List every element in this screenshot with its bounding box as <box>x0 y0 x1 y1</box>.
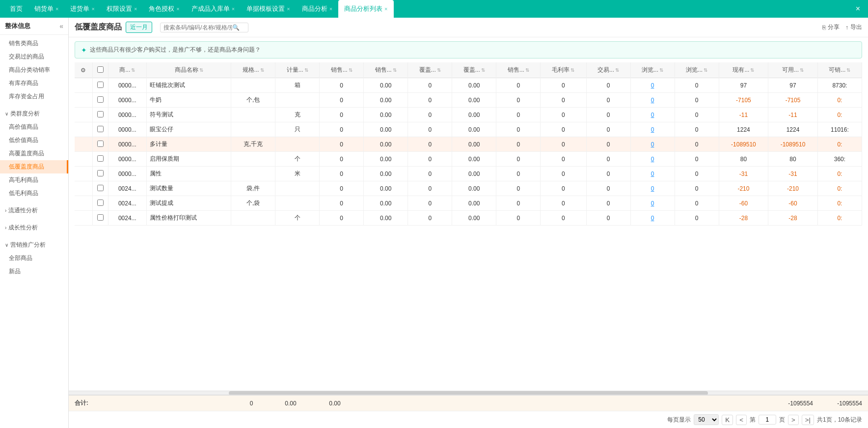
close-icon[interactable]: × <box>55 6 58 12</box>
current-column-header[interactable]: 现有...⇅ <box>719 62 768 78</box>
cover1-column-header[interactable]: 覆盖...⇅ <box>408 62 452 78</box>
code-column-header[interactable]: 商...⇅ <box>108 62 146 78</box>
browse1-column-header[interactable]: 浏览...⇅ <box>630 62 675 78</box>
nav-tab-templates[interactable]: 单据模板设置 × <box>241 0 296 18</box>
sidebar-item-low-coverage[interactable]: 低覆盖度商品 <box>0 160 68 173</box>
nav-tab-inbound[interactable]: 产成品入库单 × <box>186 0 241 18</box>
sidebar-item-sales-products[interactable]: 销售类商品 <box>0 37 68 50</box>
row-checkbox[interactable] <box>97 170 104 176</box>
unit-column-header[interactable]: 计量...⇅ <box>275 62 320 78</box>
nav-tab-roles[interactable]: 角色授权 × <box>143 0 185 18</box>
row-browse1[interactable]: 0 <box>630 93 675 108</box>
sales2-column-header[interactable]: 销售...⇅ <box>364 62 408 78</box>
page-number-input[interactable] <box>759 415 776 425</box>
nav-tab-permissions[interactable]: 权限设置 × <box>101 0 143 18</box>
sidebar-item-low-value[interactable]: 低价值商品 <box>0 134 68 147</box>
close-icon[interactable]: × <box>91 6 94 12</box>
row-checkbox-cell[interactable] <box>92 108 108 122</box>
row-checkbox-cell[interactable] <box>92 122 108 137</box>
row-browse1[interactable]: 0 <box>630 167 675 181</box>
sellable-column-header[interactable]: 可销...⇅ <box>817 62 862 78</box>
collapse-sidebar-button[interactable]: « <box>59 22 63 30</box>
row-browse1[interactable]: 0 <box>630 152 675 167</box>
row-checkbox[interactable] <box>97 82 104 88</box>
row-checkbox[interactable] <box>97 155 104 162</box>
sidebar-item-category-rate[interactable]: 商品分类动销率 <box>0 63 68 77</box>
checkbox-column-header[interactable] <box>92 62 108 78</box>
settings-column-header[interactable]: ⚙ <box>75 62 92 78</box>
sidebar-section-circulation-title[interactable]: › 流通性分析 <box>0 204 68 217</box>
sidebar-section-cluster-title[interactable]: ∨ 类群度分析 <box>0 107 68 120</box>
sales1-column-header[interactable]: 销售...⇅ <box>320 62 364 78</box>
row-checkbox[interactable] <box>97 200 104 206</box>
prev-page-button[interactable]: < <box>736 415 747 425</box>
close-icon[interactable]: × <box>176 6 179 12</box>
nav-tab-analysis[interactable]: 商品分析 × <box>296 0 338 18</box>
row-checkbox[interactable] <box>97 185 104 191</box>
nav-tab-sales[interactable]: 销货单 × <box>28 0 64 18</box>
nav-tab-purchase[interactable]: 进货单 × <box>64 0 100 18</box>
select-all-checkbox[interactable] <box>97 66 104 73</box>
row-checkbox-cell[interactable] <box>92 137 108 152</box>
row-checkbox-cell[interactable] <box>92 211 108 226</box>
name-column-header[interactable]: 商品名称⇅ <box>146 62 231 78</box>
sidebar-item-low-margin[interactable]: 低毛利商品 <box>0 187 68 200</box>
sidebar-item-traded-products[interactable]: 交易过的商品 <box>0 50 68 63</box>
profit-rate-column-header[interactable]: 毛利率⇅ <box>541 62 586 78</box>
row-browse1[interactable]: 0 <box>630 181 675 196</box>
nav-tab-home[interactable]: 首页 <box>4 0 28 18</box>
row-checkbox[interactable] <box>97 214 104 221</box>
search-input[interactable] <box>163 24 232 31</box>
row-checkbox[interactable] <box>97 141 104 147</box>
row-checkbox-cell[interactable] <box>92 93 108 108</box>
settings-icon[interactable]: ⚙ <box>81 67 86 74</box>
spec-column-header[interactable]: 规格...⇅ <box>231 62 275 78</box>
sidebar-section-growth-title[interactable]: › 成长性分析 <box>0 221 68 234</box>
sidebar-section-marketing-title[interactable]: ∨ 营销推广分析 <box>0 238 68 252</box>
next-page-button[interactable]: > <box>788 415 799 425</box>
nav-tab-analysis-list[interactable]: 商品分析列表 × <box>338 0 393 18</box>
row-browse1[interactable]: 0 <box>630 122 675 137</box>
row-browse1[interactable]: 0 <box>630 196 675 211</box>
row-browse1[interactable]: 0 <box>630 211 675 226</box>
row-checkbox-cell[interactable] <box>92 196 108 211</box>
trade-column-header[interactable]: 交易...⇅ <box>586 62 630 78</box>
sidebar-item-high-coverage[interactable]: 高覆盖度商品 <box>0 147 68 160</box>
close-icon[interactable]: × <box>384 6 387 12</box>
row-checkbox[interactable] <box>97 111 104 117</box>
sidebar-item-in-stock[interactable]: 有库存商品 <box>0 77 68 90</box>
filter-period-button[interactable]: 近一月 <box>126 22 152 33</box>
sales3-column-header[interactable]: 销售...⇅ <box>496 62 541 78</box>
export-button[interactable]: ↑ 导出 <box>845 23 862 31</box>
page-size-select[interactable]: 50 20 100 200 <box>694 414 719 425</box>
sidebar-item-new-products[interactable]: 新品 <box>0 265 68 278</box>
row-browse1[interactable]: 0 <box>630 137 675 152</box>
close-icon[interactable]: × <box>134 6 137 12</box>
sidebar-item-high-value[interactable]: 高价值商品 <box>0 120 68 134</box>
row-checkbox[interactable] <box>97 96 104 103</box>
sidebar-item-high-margin[interactable]: 高毛利商品 <box>0 173 68 187</box>
row-browse1[interactable]: 0 <box>630 78 675 93</box>
row-checkbox-cell[interactable] <box>92 78 108 93</box>
available-column-header[interactable]: 可用...⇅ <box>768 62 818 78</box>
close-all-tabs-button[interactable]: × <box>852 4 864 13</box>
row-browse1[interactable]: 0 <box>630 108 675 122</box>
search-icon[interactable]: 🔍 <box>232 24 240 31</box>
row-checkbox-cell[interactable] <box>92 152 108 167</box>
sidebar-item-all-products[interactable]: 全部商品 <box>0 252 68 265</box>
row-checkbox-cell[interactable] <box>92 181 108 196</box>
horizontal-scrollbar[interactable] <box>69 391 868 395</box>
last-page-button[interactable]: >| <box>802 415 814 425</box>
row-checkbox-cell[interactable] <box>92 167 108 181</box>
cover2-column-header[interactable]: 覆盖...⇅ <box>452 62 496 78</box>
browse2-column-header[interactable]: 浏览...⇅ <box>675 62 719 78</box>
first-page-button[interactable]: K <box>722 415 733 425</box>
close-icon[interactable]: × <box>329 6 332 12</box>
close-icon[interactable]: × <box>287 6 290 12</box>
scrollbar-thumb[interactable] <box>229 391 708 395</box>
sidebar-item-inventory-capital[interactable]: 库存资金占用 <box>0 90 68 103</box>
close-icon[interactable]: × <box>232 6 235 12</box>
row-checkbox[interactable] <box>97 126 104 132</box>
share-button[interactable]: ⎘ 分享 <box>822 23 840 31</box>
table-container[interactable]: ⚙ 商...⇅ 商品名称⇅ 规格...⇅ 计量...⇅ 销售...⇅ 销售...… <box>69 62 868 391</box>
